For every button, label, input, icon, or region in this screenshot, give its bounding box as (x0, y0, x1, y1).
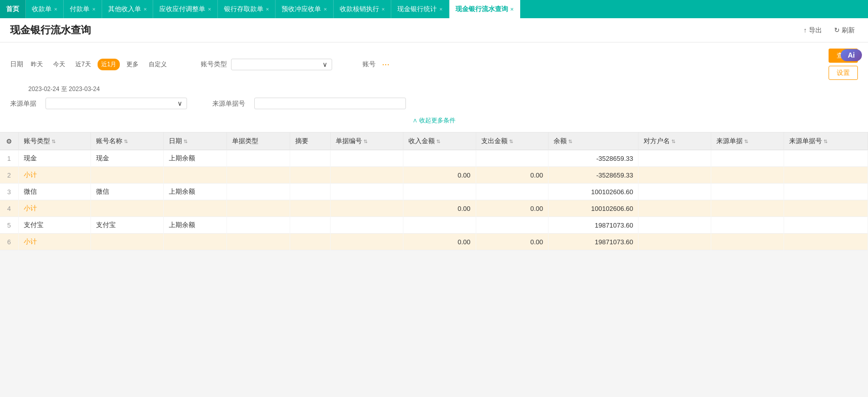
nav-item-collection-exec[interactable]: 收款核销执行× (334, 0, 391, 18)
th-source-doc-no[interactable]: 来源单据号⇅ (784, 133, 867, 150)
nav-close-ar-adjustment[interactable]: × (208, 6, 211, 12)
cell-doc-no (331, 184, 403, 200)
table-row[interactable]: 5支付宝支付宝上期余额19871073.60 (0, 217, 868, 234)
top-navigation: 首页收款单×付款单×其他收入单×应收应付调整单×银行存取款单×预收冲应收单×收款… (0, 0, 868, 18)
cell-balance: 100102606.60 (549, 200, 638, 217)
table-row[interactable]: 1现金现金上期余额-3528659.33 (0, 150, 868, 167)
table-row[interactable]: 3微信微信上期余额100102606.60 (0, 184, 868, 200)
row-number: 2 (0, 167, 18, 184)
cell-date: 上期余额 (163, 150, 226, 167)
sort-icon-income: ⇅ (436, 139, 440, 144)
cell-summary (290, 234, 330, 250)
table-row[interactable]: 6小计0.000.0019871073.60 (0, 234, 868, 250)
date-filter-group: 日期 昨天 今天 近7天 近1月 更多 自定义 (10, 59, 170, 70)
nav-item-advance-offset[interactable]: 预收冲应收单× (276, 0, 333, 18)
refresh-button[interactable]: ↻ 刷新 (831, 24, 858, 37)
collapse-bar[interactable]: ∧ 收起更多条件 (10, 114, 858, 128)
date-7days[interactable]: 近7天 (72, 59, 95, 70)
cell-doc-type (226, 184, 290, 200)
cell-doc-no (331, 200, 403, 217)
source-doc-select[interactable]: ∨ (45, 98, 187, 109)
cell-summary (290, 200, 330, 217)
nav-item-payment[interactable]: 付款单× (64, 0, 102, 18)
cell-doc-type (226, 234, 290, 250)
date-custom[interactable]: 自定义 (145, 59, 170, 70)
date-today[interactable]: 今天 (50, 59, 69, 70)
filter-area: 日期 昨天 今天 近7天 近1月 更多 自定义 账号类型 ∨ 账号 ··· (0, 42, 868, 133)
sort-icon-source-doc: ⇅ (744, 139, 748, 144)
cell-account-name (91, 200, 164, 217)
sort-icon-source-doc-no: ⇅ (824, 139, 828, 144)
th-account-name[interactable]: 账号名称⇅ (91, 133, 164, 150)
cell-account-type: 支付宝 (18, 217, 91, 234)
table-row[interactable]: 2小计0.000.00-3528659.33 (0, 167, 868, 184)
cell-source-doc-no (784, 184, 867, 200)
cell-expense (476, 184, 549, 200)
th-summary: 摘要 (290, 133, 330, 150)
th-doc-no[interactable]: 单据编号⇅ (331, 133, 403, 150)
account-label: 账号 (362, 60, 376, 69)
th-expense[interactable]: 支出金额⇅ (476, 133, 549, 150)
date-more[interactable]: 更多 (123, 59, 142, 70)
source-doc-num-input[interactable] (254, 98, 406, 109)
cell-income (403, 217, 476, 234)
date-1month[interactable]: 近1月 (98, 59, 120, 70)
th-income[interactable]: 收入金额⇅ (403, 133, 476, 150)
cell-account-type: 小计 (18, 200, 91, 217)
cell-source-doc-no (784, 167, 867, 184)
nav-close-advance-offset[interactable]: × (324, 6, 327, 12)
gear-settings-icon[interactable]: ⚙ (6, 138, 12, 145)
th-date[interactable]: 日期⇅ (163, 133, 226, 150)
cell-account-name: 微信 (91, 184, 164, 200)
row-number: 4 (0, 200, 18, 217)
nav-close-collection-exec[interactable]: × (382, 6, 385, 12)
account-dots-button[interactable]: ··· (380, 59, 391, 70)
settings-button[interactable]: 设置 (829, 66, 858, 80)
table-row[interactable]: 4小计0.000.00100102606.60 (0, 200, 868, 217)
th-gear[interactable]: ⚙ (0, 133, 18, 150)
nav-item-home[interactable]: 首页 (0, 0, 26, 18)
nav-item-cash-bank-stat[interactable]: 现金银行统计× (391, 0, 449, 18)
nav-close-bank-deposit[interactable]: × (266, 6, 269, 12)
cell-account-name (91, 167, 164, 184)
cell-date (163, 200, 226, 217)
source-doc-label: 来源单据 (10, 99, 36, 108)
nav-close-cash-bank-flow[interactable]: × (511, 6, 514, 12)
cell-doc-type (226, 200, 290, 217)
export-button[interactable]: ↑ 导出 (801, 24, 826, 37)
nav-close-receipt[interactable]: × (54, 6, 57, 12)
flow-table: ⚙ 账号类型⇅ 账号名称⇅ 日期⇅ 单据类型 摘要 单据编号⇅ (0, 133, 868, 250)
header-actions: ↑ 导出 ↻ 刷新 (801, 24, 858, 37)
th-counterparty[interactable]: 对方户名⇅ (638, 133, 711, 150)
row-number: 1 (0, 150, 18, 167)
th-balance[interactable]: 余额⇅ (549, 133, 638, 150)
nav-close-payment[interactable]: × (92, 6, 95, 12)
cell-doc-type (226, 167, 290, 184)
nav-item-cash-bank-flow[interactable]: 现金银行流水查询× (449, 0, 520, 18)
nav-close-cash-bank-stat[interactable]: × (439, 6, 442, 12)
cell-counterparty (638, 184, 711, 200)
table-body: 1现金现金上期余额-3528659.332小计0.000.00-3528659.… (0, 150, 868, 250)
cell-doc-type (226, 150, 290, 167)
cell-income (403, 184, 476, 200)
nav-item-ar-adjustment[interactable]: 应收应付调整单× (153, 0, 217, 18)
cell-source-doc (711, 200, 784, 217)
nav-item-other-income[interactable]: 其他收入单× (102, 0, 153, 18)
nav-item-receipt[interactable]: 收款单× (26, 0, 64, 18)
cell-source-doc-no (784, 217, 867, 234)
cell-counterparty (638, 150, 711, 167)
cell-account-type: 小计 (18, 167, 91, 184)
th-account-type[interactable]: 账号类型⇅ (18, 133, 91, 150)
table-header: ⚙ 账号类型⇅ 账号名称⇅ 日期⇅ 单据类型 摘要 单据编号⇅ (0, 133, 868, 150)
cell-expense (476, 217, 549, 234)
cell-summary (290, 184, 330, 200)
ai-assistant-button[interactable]: Ai (841, 49, 862, 61)
cell-account-type: 微信 (18, 184, 91, 200)
account-type-select[interactable]: ∨ (231, 59, 332, 70)
nav-item-bank-deposit[interactable]: 银行存取款单× (218, 0, 276, 18)
nav-close-other-income[interactable]: × (144, 6, 147, 12)
date-yesterday[interactable]: 昨天 (27, 59, 47, 70)
sort-icon-date: ⇅ (184, 139, 188, 144)
th-source-doc[interactable]: 来源单据⇅ (711, 133, 784, 150)
cell-expense: 0.00 (476, 167, 549, 184)
